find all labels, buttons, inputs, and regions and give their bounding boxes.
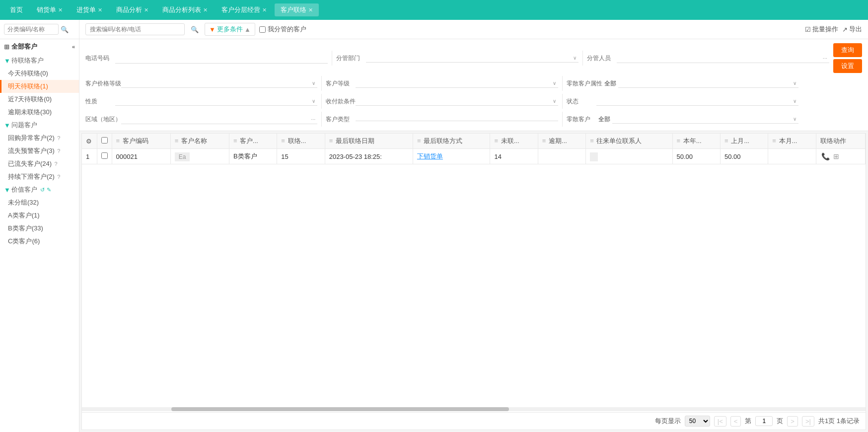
- last-page-btn[interactable]: >|: [802, 416, 814, 427]
- first-page-btn[interactable]: |<: [714, 416, 726, 427]
- my-customers-toggle[interactable]: 我分管的客户: [259, 25, 306, 34]
- customer-level-select[interactable]: ∨: [356, 79, 558, 88]
- nav-sales-close[interactable]: ✕: [58, 7, 63, 13]
- filter-right-actions: ☑ 批量操作 ↗ 导出: [805, 25, 862, 34]
- row-checkbox[interactable]: [101, 152, 108, 159]
- scrollbar-thumb[interactable]: [171, 407, 509, 411]
- nav-customer-tier-close[interactable]: ✕: [262, 7, 267, 13]
- nav-analysis-list[interactable]: 商品分析列表 ✕: [156, 3, 214, 16]
- select-all-checkbox[interactable]: [101, 137, 108, 144]
- lost-help-icon[interactable]: ?: [54, 161, 57, 167]
- horizontal-scrollbar[interactable]: [82, 407, 866, 411]
- prev-page-btn[interactable]: <: [730, 416, 741, 427]
- sidebar-item-overdue[interactable]: 逾期未联络(30): [0, 106, 79, 119]
- sidebar-search-input[interactable]: [4, 24, 59, 35]
- th-code[interactable]: ≡ 客户编码: [112, 134, 170, 149]
- th-this-month[interactable]: ≡ 本月...: [768, 134, 816, 149]
- abnormal-help-icon[interactable]: ?: [57, 135, 60, 141]
- nav-sales[interactable]: 销货单 ✕: [31, 3, 69, 16]
- status-select[interactable]: ∨: [596, 97, 798, 106]
- sidebar-item-type-b[interactable]: B类客户(33): [0, 222, 79, 235]
- nav-customer-tier[interactable]: 客户分层经营 ✕: [216, 3, 273, 16]
- warning-help-icon[interactable]: ?: [57, 148, 60, 154]
- sidebar-search-area: 🔍: [0, 20, 79, 39]
- branch-dept-select[interactable]: ∨: [366, 54, 579, 63]
- status-arrow: ∨: [793, 98, 796, 104]
- settings-button[interactable]: 设置: [833, 59, 862, 73]
- row-last-method-link[interactable]: 下销货单: [417, 152, 443, 160]
- th-action[interactable]: 联络动作: [816, 134, 865, 149]
- branch-person-select[interactable]: ···: [617, 54, 829, 63]
- batch-operation-btn[interactable]: ☑ 批量操作: [805, 25, 838, 34]
- gender-select[interactable]: ∨: [115, 97, 317, 106]
- search-button-icon[interactable]: 🔍: [189, 25, 201, 34]
- table-scroll[interactable]: ⚙ ≡ 客户编码 ≡ 客户名称: [82, 134, 866, 406]
- sidebar-item-warning[interactable]: 流失预警客户(3) ?: [0, 144, 79, 157]
- table-area: ⚙ ≡ 客户编码 ≡ 客户名称: [81, 133, 866, 430]
- action-phone-icon[interactable]: 📞: [820, 152, 831, 160]
- sidebar-item-tomorrow[interactable]: 明天待联络(1): [0, 80, 79, 93]
- value-edit-icon[interactable]: ✎: [47, 187, 51, 193]
- sidebar-item-ungrouped[interactable]: 未分组(32): [0, 196, 79, 209]
- my-customers-checkbox[interactable]: [259, 26, 266, 33]
- nav-customer-contact[interactable]: 客户联络 ✕: [275, 3, 319, 16]
- nav-analysis-list-close[interactable]: ✕: [203, 7, 208, 13]
- retail-customer-select[interactable]: ∨: [612, 115, 798, 124]
- sidebar-item-declining[interactable]: 持续下滑客户(2) ?: [0, 170, 79, 183]
- export-btn[interactable]: ↗ 导出: [842, 25, 862, 34]
- row-checkbox-cell[interactable]: [97, 149, 112, 164]
- row-last-method[interactable]: 下销货单: [413, 149, 490, 164]
- sidebar-item-abnormal[interactable]: 回购异常客户(2) ?: [0, 132, 79, 144]
- nav-analysis-close[interactable]: ✕: [144, 7, 148, 13]
- nav-analysis[interactable]: 商品分析 ✕: [110, 3, 154, 16]
- value-refresh-icon[interactable]: ↺: [40, 187, 45, 193]
- nav-home[interactable]: 首页: [4, 3, 29, 16]
- nav-home-label: 首页: [10, 5, 23, 14]
- declining-help-icon[interactable]: ?: [57, 174, 60, 180]
- query-button[interactable]: 查询: [833, 43, 862, 57]
- row-this-month: [768, 149, 816, 164]
- th-name[interactable]: ≡ 客户名称: [170, 134, 229, 149]
- price-level-select[interactable]: ∨: [121, 79, 317, 88]
- sidebar-search-icon[interactable]: 🔍: [61, 26, 69, 33]
- per-page-select[interactable]: 50 100: [685, 416, 710, 427]
- sidebar-item-lost[interactable]: 已流失客户(24) ?: [0, 157, 79, 170]
- th-type-sort-icon: ≡: [233, 137, 237, 144]
- nav-purchase[interactable]: 进货单 ✕: [71, 3, 108, 16]
- th-no-contact[interactable]: ≡ 未联...: [490, 134, 538, 149]
- collapse-icon[interactable]: «: [72, 44, 75, 50]
- action-more-icon[interactable]: ⊞: [832, 152, 840, 160]
- sidebar-item-type-c[interactable]: C类客户(6): [0, 235, 79, 248]
- row-unit-contact-value: [590, 152, 598, 161]
- retail-attr-select[interactable]: ∨: [618, 79, 798, 88]
- th-last-month[interactable]: ≡ 上月...: [720, 134, 768, 149]
- sidebar-item-week[interactable]: 近7天待联络(0): [0, 93, 79, 106]
- th-last-date[interactable]: ≡ 最后联络日期: [325, 134, 413, 149]
- page-number-input[interactable]: [755, 416, 773, 426]
- search-input[interactable]: [85, 23, 185, 35]
- th-type[interactable]: ≡ 客户...: [229, 134, 277, 149]
- th-contact[interactable]: ≡ 联络...: [277, 134, 325, 149]
- th-last-method[interactable]: ≡ 最后联络方式: [413, 134, 490, 149]
- th-checkbox[interactable]: [97, 134, 112, 149]
- payment-label: 收付款条件: [326, 97, 356, 106]
- sidebar-item-today[interactable]: 今天待联络(0): [0, 67, 79, 80]
- divider-2: [582, 51, 583, 66]
- phone-input[interactable]: [115, 53, 328, 64]
- customer-type-select[interactable]: [356, 118, 558, 121]
- payment-select[interactable]: ∨: [356, 97, 558, 106]
- nav-purchase-close[interactable]: ✕: [98, 7, 102, 13]
- th-overdue[interactable]: ≡ 逾期...: [538, 134, 585, 149]
- settings-col-icon[interactable]: ⚙: [86, 138, 92, 145]
- all-customers-header[interactable]: ⊞ 全部客户 «: [0, 39, 79, 54]
- more-conditions-btn[interactable]: ▼ 更多条件 ▲: [205, 23, 255, 36]
- th-unit-contact[interactable]: ≡ 往来单位联系人: [586, 134, 672, 149]
- main-layout: 🔍 ⊞ 全部客户 « ▼ 待联络客户 今天待联络(0) 明天待联络(1) 近7天…: [0, 20, 868, 432]
- nav-customer-contact-close[interactable]: ✕: [308, 7, 313, 13]
- th-settings[interactable]: ⚙: [82, 134, 97, 149]
- region-select[interactable]: ···: [121, 115, 317, 124]
- sidebar-item-type-a[interactable]: A类客户(1): [0, 209, 79, 222]
- branch-person-more: ···: [823, 55, 827, 61]
- th-this-year[interactable]: ≡ 本年...: [672, 134, 720, 149]
- next-page-btn[interactable]: >: [787, 416, 798, 427]
